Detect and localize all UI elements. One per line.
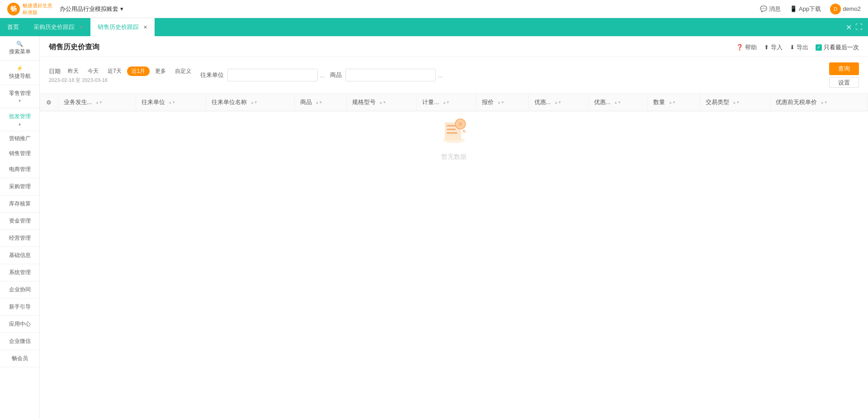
sidebar-item-base[interactable]: 基础信息 <box>0 247 39 264</box>
th-spec[interactable]: 规格型号 ▲▼ <box>346 94 416 111</box>
message-icon: 💬 <box>760 5 767 12</box>
partner-input[interactable] <box>227 69 318 81</box>
sidebar-item-ops[interactable]: 经营管理 <box>0 230 39 247</box>
th-quantity[interactable]: 数量 ▲▼ <box>648 94 700 111</box>
sort-icon: ▲▼ <box>315 101 322 104</box>
only-last-checkbox[interactable]: ✓ 只看最后一次 <box>816 43 859 52</box>
sort-icon: ▲▼ <box>669 101 676 104</box>
sort-icon: ▲▼ <box>95 101 103 104</box>
empty-state: 暂无数据 <box>40 111 868 197</box>
user-action[interactable]: D demo2 <box>830 4 861 14</box>
sidebar-item-app[interactable]: 应用中心 <box>0 316 39 333</box>
sidebar-item-enterprise[interactable]: 企业协同 <box>0 281 39 299</box>
page-header-actions: ❓ 帮助 ⬆ 导入 ⬇ 导出 ✓ 只看最后一次 <box>736 43 859 52</box>
tab-maximize-btn[interactable]: ⛶ <box>855 23 863 31</box>
date-tab-more[interactable]: 更多 <box>151 66 170 76</box>
th-discount2[interactable]: 优惠... ▲▼ <box>588 94 648 111</box>
sidebar-item-inventory[interactable]: 库存核算 <box>0 195 39 213</box>
sidebar-item-sales-mgmt[interactable]: 销售管理 <box>0 146 39 161</box>
date-tabs: 昨天 今天 近7天 近1月 更多 自定义 <box>64 66 195 76</box>
th-discount1[interactable]: 优惠... ▲▼ <box>528 94 588 111</box>
export-icon: ⬇ <box>790 44 795 51</box>
phone-icon: 📱 <box>790 5 797 12</box>
sort-icon: ▲▼ <box>732 101 740 104</box>
sidebar-item-guide[interactable]: 新手引导 <box>0 299 39 316</box>
sidebar-item-ecommerce[interactable]: 电商管理 <box>0 161 39 178</box>
header-right: 💬 消息 📱 App下载 D demo2 <box>760 4 861 14</box>
search-icon: 🔍 <box>16 41 23 47</box>
nav-dropdown[interactable]: 办公用品行业模拟账套 ▾ <box>56 3 127 15</box>
date-tab-today[interactable]: 今天 <box>84 66 102 76</box>
date-tab-7days[interactable]: 近7天 <box>104 66 125 76</box>
page-title: 销售历史价查询 <box>49 43 99 52</box>
th-partner[interactable]: 往来单位 ▲▼ <box>136 94 206 111</box>
sidebar-item-search[interactable]: 🔍 搜索菜单 <box>0 36 39 61</box>
th-partner-name[interactable]: 往来单位名称 ▲▼ <box>206 94 295 111</box>
empty-icon <box>436 111 472 147</box>
logo-area: 畅 畅捷通好生意 标准版 <box>7 2 52 15</box>
sidebar-item-quicknav[interactable]: ⚡ 快捷导航 <box>0 61 39 85</box>
sidebar-item-finance[interactable]: 资金管理 <box>0 213 39 230</box>
help-btn[interactable]: ❓ 帮助 <box>736 43 757 52</box>
avatar: D <box>830 4 841 14</box>
sidebar-item-system[interactable]: 系统管理 <box>0 264 39 281</box>
import-btn[interactable]: ⬆ 导入 <box>764 43 783 52</box>
product-label: 商品 <box>330 71 342 79</box>
th-trade-type[interactable]: 交易类型 ▲▼ <box>700 94 770 111</box>
import-icon: ⬆ <box>764 44 769 51</box>
logo-text: 畅捷通好生意 标准版 <box>23 2 52 15</box>
sidebar-item-marketing[interactable]: 营销推广 <box>0 131 39 146</box>
product-dots[interactable]: ... <box>438 72 443 79</box>
tab-close-all-btn[interactable]: ✕ <box>846 23 852 32</box>
filter-actions: 查询 设置 <box>829 62 859 88</box>
th-pre-tax-price[interactable]: 优惠前无税单价 ▲▼ <box>770 94 868 111</box>
quicknav-icon: ⚡ <box>16 65 23 71</box>
sort-icon: ▲▼ <box>250 101 258 104</box>
th-biz-date[interactable]: 业务发生... ▲▼ <box>58 94 136 111</box>
filter-product-group: 商品 ... <box>330 69 443 81</box>
tab-sales[interactable]: 销售历史价跟踪 ✕ <box>90 18 155 36</box>
message-action[interactable]: 💬 消息 <box>760 5 781 13</box>
sidebar-item-purchase[interactable]: 采购管理 <box>0 178 39 195</box>
svg-rect-3 <box>447 128 456 130</box>
sort-icon: ▲▼ <box>168 101 175 104</box>
date-tab-1month[interactable]: 近1月 <box>127 66 150 76</box>
export-btn[interactable]: ⬇ 导出 <box>790 43 808 52</box>
settings-button[interactable]: 设置 <box>829 77 859 88</box>
date-tab-custom[interactable]: 自定义 <box>171 66 195 76</box>
sidebar-item-retail[interactable]: 零售管理 ▾ <box>0 85 39 108</box>
sort-icon: ▲▼ <box>554 101 561 104</box>
query-button[interactable]: 查询 <box>829 62 859 75</box>
tab-bar-right: ✕ ⛶ <box>846 23 868 32</box>
tab-sales-close[interactable]: ✕ <box>143 24 147 30</box>
tab-home[interactable]: 首页 <box>0 18 26 36</box>
th-product[interactable]: 商品 ▲▼ <box>294 94 346 111</box>
th-price[interactable]: 报价 ▲▼ <box>476 94 528 111</box>
partner-label: 往来单位 <box>200 71 224 79</box>
svg-rect-4 <box>447 132 458 133</box>
product-input[interactable] <box>345 69 436 81</box>
th-unit[interactable]: 计量... ▲▼ <box>417 94 476 111</box>
header-left: 畅 畅捷通好生意 标准版 办公用品行业模拟账套 ▾ <box>7 2 127 15</box>
filter-partner-input-group: ... <box>227 69 325 81</box>
partner-dots[interactable]: ... <box>320 72 325 79</box>
date-range-text: 2023-02-18 至 2023-03-18 <box>49 77 195 84</box>
sidebar: 🔍 搜索菜单 ⚡ 快捷导航 零售管理 ▾ 批发管理 ▴ 营销推广 销售管理 电商… <box>0 36 40 418</box>
tab-bar: 首页 采购历史价跟踪 ✕ 销售历史价跟踪 ✕ ✕ ⛶ <box>0 18 868 36</box>
tab-purchase[interactable]: 采购历史价跟踪 ✕ <box>26 18 90 36</box>
chevron-up-icon: ▴ <box>19 121 21 126</box>
sort-icon: ▲▼ <box>821 101 828 104</box>
sidebar-item-member[interactable]: 畅会员 <box>0 350 39 367</box>
app-download-action[interactable]: 📱 App下载 <box>790 5 821 13</box>
content-area: 销售历史价查询 ❓ 帮助 ⬆ 导入 ⬇ 导出 ✓ <box>40 36 868 418</box>
checkbox-icon: ✓ <box>816 44 822 51</box>
table-container: ⚙ 业务发生... ▲▼ 往来单位 ▲▼ 往来单位名称 ▲▼ <box>40 94 868 418</box>
chevron-down-icon: ▾ <box>120 5 123 12</box>
date-tab-yesterday[interactable]: 昨天 <box>64 66 82 76</box>
sort-icon: ▲▼ <box>614 101 621 104</box>
data-table: ⚙ 业务发生... ▲▼ 往来单位 ▲▼ 往来单位名称 ▲▼ <box>40 94 868 111</box>
sidebar-item-wholesale[interactable]: 批发管理 ▴ <box>0 108 39 131</box>
tab-purchase-close[interactable]: ✕ <box>79 24 83 30</box>
sidebar-item-wechat[interactable]: 企业微信 <box>0 333 39 350</box>
th-gear[interactable]: ⚙ <box>40 94 58 111</box>
